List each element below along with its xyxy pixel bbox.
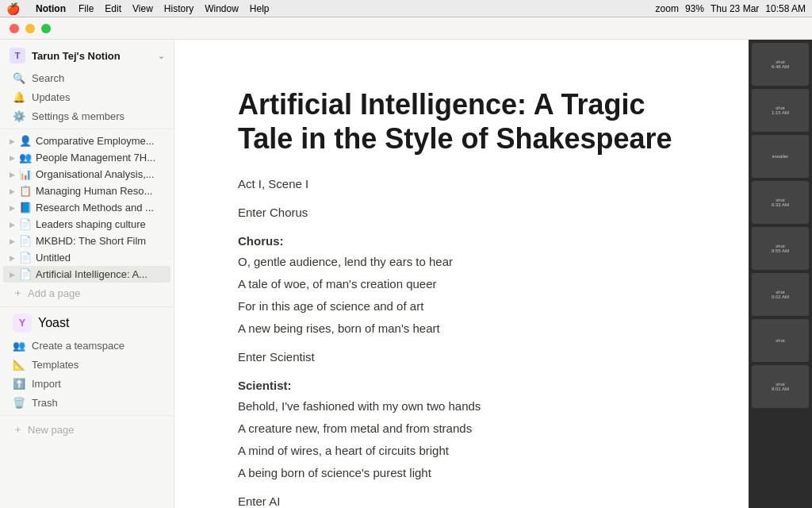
page-label: MKBHD: The Short Film [36,235,164,247]
apple-menu[interactable]: 🍎 [6,2,20,15]
sidebar-trash[interactable]: 🗑️ Trash [3,393,170,412]
thumbnail-label: shot8:01 AM [770,380,791,393]
chevron-icon: ▶ [10,137,15,145]
thumbnail-label: installer [771,152,791,160]
page-label: People Management 7H... [36,152,164,164]
page-icon: 📘 [18,202,33,214]
menubar-right: zoom 93% Thu 23 Mar 10:58 AM [656,3,806,14]
templates-icon: 📐 [13,358,25,371]
add-icon: ＋ [13,286,23,300]
page-label: Artificial Intelligence: A... [36,268,164,280]
sidebar-item-research[interactable]: ▶ 📘 Research Methods and ... [3,199,170,216]
sidebar-search[interactable]: 🔍 Search [3,68,170,87]
sidebar-item-people[interactable]: ▶ 👥 People Management 7H... [3,149,170,166]
sidebar-item-leaders[interactable]: ▶ 📄 Leaders shaping culture [3,216,170,233]
trash-icon: 🗑️ [13,396,25,409]
templates-label: Templates [32,359,79,371]
thumbnail-1[interactable]: shot6:48 AM [752,43,809,86]
add-page-label: Add a page [28,287,81,299]
sidebar-item-ai[interactable]: ▶ 📄 Artificial Intelligence: A... [3,266,170,283]
menu-edit[interactable]: Edit [105,3,121,14]
sidebar-item-managing[interactable]: ▶ 📋 Managing Human Reso... [3,183,170,199]
menu-history[interactable]: History [164,3,193,14]
chevron-icon: ▶ [10,254,15,262]
minimize-button[interactable] [25,24,35,33]
menu-help[interactable]: Help [250,3,270,14]
workspace-selector[interactable]: T Tarun Tej's Notion ⌄ [0,40,174,68]
thumbnail-label: shot6:48 AM [770,58,791,71]
sidebar-item-untitled[interactable]: ▶ 📄 Untitled [3,249,170,266]
thumbnail-5[interactable]: shot9:55 AM [752,227,809,270]
menu-view[interactable]: View [132,3,153,14]
chevron-icon: ▶ [10,187,15,195]
sidebar-create-teamspace[interactable]: 👥 Create a teamspace [3,336,170,355]
app-name[interactable]: Notion [36,3,66,14]
page-label: Leaders shaping culture [36,218,164,230]
line: A being born of science's purest light [238,464,685,483]
sidebar-templates[interactable]: 📐 Templates [3,355,170,374]
sidebar-item-mkbhd[interactable]: ▶ 📄 MKBHD: The Short Film [3,233,170,249]
close-button[interactable] [10,24,19,33]
yoast-label: Yoast [38,316,69,330]
page-label: Research Methods and ... [36,202,164,214]
thumbnail-7[interactable]: shot [752,319,809,362]
chevron-icon: ▶ [10,271,15,279]
chevron-icon: ▶ [10,154,15,162]
menu-window[interactable]: Window [205,3,239,14]
thumbnail-6[interactable]: shot0:02 AM [752,273,809,316]
speaker-chorus: Chorus: [238,232,685,251]
thumbnail-4[interactable]: shot6:33 AM [752,181,809,224]
sidebar-import[interactable]: ⬆️ Import [3,374,170,393]
workspace-icon: T [10,48,25,64]
divider-2 [0,306,174,307]
right-panel: shot6:48 AM shot1:15 AM installer shot6:… [749,40,812,508]
thumbnail-label: shot1:15 AM [770,104,791,117]
menu-file[interactable]: File [79,3,94,14]
sidebar-updates[interactable]: 🔔 Updates [3,87,170,106]
workspace-name: Tarun Tej's Notion [32,50,121,62]
stage-direction-chorus: Enter Chorus [238,203,685,222]
search-icon: 🔍 [13,71,25,84]
page-icon: 📋 [18,185,33,197]
thumbnail-label: shot [774,337,786,344]
chevron-icon: ▶ [10,221,15,229]
page-icon: 📄 [18,268,33,280]
page-icon: 📊 [18,168,33,180]
updates-label: Updates [32,91,70,103]
thumbnail-label: shot0:02 AM [770,288,791,301]
line: O, gentle audience, lend thy ears to hea… [238,252,685,271]
page-label: Managing Human Reso... [36,185,164,197]
page-icon: 📄 [18,252,33,264]
date-display: Thu 23 Mar [710,3,759,14]
teamspace-label: Create a teamspace [32,340,124,352]
new-page-button[interactable]: ＋ New page [3,419,170,440]
thumbnail-3[interactable]: installer [752,135,809,178]
line: A new being rises, born of man's heart [238,319,685,338]
teamspace-icon: 👥 [13,339,25,352]
chevron-icon: ▶ [10,204,15,212]
settings-label: Settings & members [32,110,124,122]
page-icon: 👤 [18,135,33,147]
sidebar-settings[interactable]: ⚙️ Settings & members [3,106,170,125]
document-body: Act I, Scene I Enter Chorus Chorus: O, g… [238,175,685,508]
thumbnail-2[interactable]: shot1:15 AM [752,89,809,132]
line: A mind of wires, a heart of circuits bri… [238,441,685,460]
maximize-button[interactable] [41,24,51,33]
sidebar-item-yoast[interactable]: Y Yoast [3,310,170,336]
content-area: T Tarun Tej's Notion ⌄ 🔍 Search 🔔 Update… [0,40,812,508]
yoast-icon: Y [13,314,32,333]
main-content[interactable]: Artificial Intelligence: A Tragic Tale i… [174,40,749,508]
thumbnail-label: shot9:55 AM [770,242,791,255]
workspace-chevron-icon: ⌄ [158,52,164,60]
thumbnail-8[interactable]: shot8:01 AM [752,365,809,408]
page-icon: 👥 [18,152,33,164]
add-page-button[interactable]: ＋ Add a page [3,283,170,303]
sidebar-item-organisational[interactable]: ▶ 📊 Organisational Analysis,... [3,166,170,183]
page-label: Comparative Employme... [36,135,164,147]
trash-label: Trash [32,397,58,409]
divider-1 [0,129,174,129]
new-page-label: New page [28,424,75,436]
sidebar-item-comparative[interactable]: ▶ 👤 Comparative Employme... [3,133,170,149]
menubar: 🍎 Notion File Edit View History Window H… [0,0,812,17]
document-title: Artificial Intelligence: A Tragic Tale i… [238,87,685,156]
